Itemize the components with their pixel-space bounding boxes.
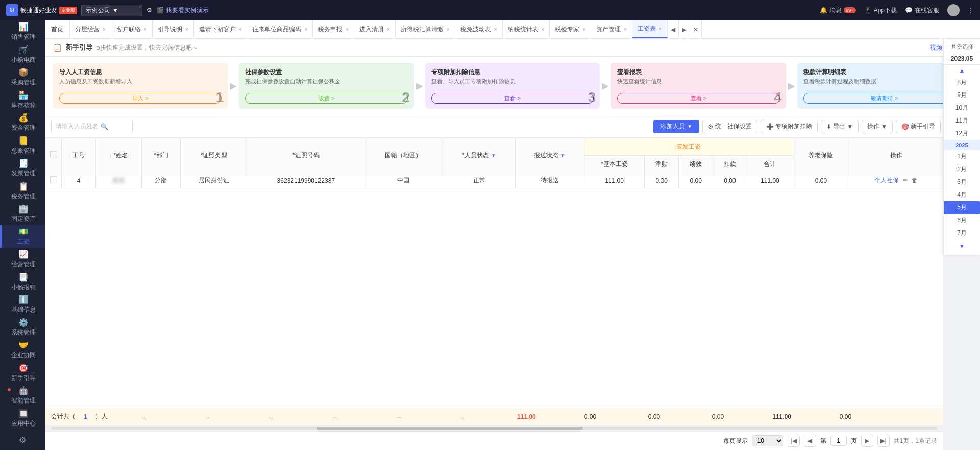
month-item-6[interactable]: 6月 bbox=[944, 214, 980, 227]
tab-salary[interactable]: 工资表 × bbox=[632, 20, 668, 38]
tab-close-icon[interactable]: × bbox=[494, 27, 497, 32]
sidebar-item-basic[interactable]: ℹ️ 基础信息 bbox=[0, 293, 45, 316]
first-page-btn[interactable]: |◀ bbox=[788, 435, 800, 447]
step-1-btn[interactable]: 导入 > bbox=[59, 93, 222, 104]
month-item-7[interactable]: 7月 bbox=[944, 227, 980, 240]
tab-close-icon[interactable]: × bbox=[346, 27, 349, 32]
search-input[interactable]: 请输入人员姓名 🔍 bbox=[51, 120, 133, 133]
per-page-select[interactable]: 10 20 50 bbox=[752, 435, 783, 446]
step-4-btn[interactable]: 查看 > bbox=[617, 93, 779, 104]
sidebar-item-purchase[interactable]: 📦 采购管理 bbox=[0, 66, 45, 89]
sidebar-item-tax[interactable]: 📋 税务管理 bbox=[0, 180, 45, 203]
demo-button[interactable]: 🎬 我要看实例演示 bbox=[156, 6, 209, 15]
tab-close-icon[interactable]: × bbox=[144, 27, 147, 32]
special-deduct-btn[interactable]: ➕ 专项附加扣除 bbox=[761, 120, 818, 133]
sidebar-item-guide[interactable]: 🎯 新手引导 bbox=[0, 362, 45, 385]
prev-page-btn[interactable]: ◀ bbox=[804, 435, 816, 447]
sidebar-item-report[interactable]: 📑 小畅报销 bbox=[0, 271, 45, 294]
tab-product-code[interactable]: 往来单位商品编码 × bbox=[247, 20, 313, 38]
tab-close-icon[interactable]: × bbox=[304, 27, 307, 32]
month-item-3[interactable]: 3月 bbox=[944, 176, 980, 188]
sidebar-item-ledger[interactable]: 📒 总账管理 bbox=[0, 134, 45, 157]
export-btn[interactable]: ⬇ 导出 ▼ bbox=[821, 120, 859, 133]
tab-clearance[interactable]: 进入清册 × bbox=[354, 20, 396, 38]
add-person-btn[interactable]: 添加人员 ▼ bbox=[653, 120, 699, 133]
month-up-btn[interactable]: ▲ bbox=[957, 65, 968, 76]
sidebar-item-system[interactable]: ⚙️ 系统管理 bbox=[0, 316, 45, 339]
tab-close-icon[interactable]: × bbox=[624, 27, 627, 32]
settings-button[interactable]: ⚙ bbox=[146, 7, 152, 14]
tab-tax-report[interactable]: 税务申报 × bbox=[313, 20, 354, 38]
sidebar-item-ecommerce[interactable]: 🛒 小畅电商 bbox=[0, 43, 45, 66]
tab-customer[interactable]: 客户联络 × bbox=[111, 20, 153, 38]
tab-tax-calc[interactable]: 所得税汇算清缴 × bbox=[396, 20, 455, 38]
sidebar-item-smart[interactable]: 🤖 智能管理 bbox=[0, 384, 45, 407]
tab-close-icon[interactable]: × bbox=[582, 27, 585, 32]
sidebar-item-coop[interactable]: 🤝 企业协同 bbox=[0, 339, 45, 362]
tab-prev-btn[interactable]: ◀ bbox=[668, 20, 679, 38]
sidebar-item-invoice[interactable]: 🧾 发票管理 bbox=[0, 157, 45, 180]
video-btn[interactable]: 视频 bbox=[930, 43, 942, 52]
report-status-filter-icon[interactable]: ▼ bbox=[560, 153, 566, 158]
step-5-btn[interactable]: 敬请期待 > bbox=[803, 93, 966, 104]
operation-btn[interactable]: 操作 ▼ bbox=[862, 120, 893, 133]
last-page-btn[interactable]: ▶| bbox=[877, 435, 890, 447]
tab-close-icon[interactable]: × bbox=[185, 27, 188, 32]
month-item-2[interactable]: 2月 bbox=[944, 163, 980, 176]
tab-next-btn[interactable]: ▶ bbox=[679, 20, 690, 38]
tab-invite[interactable]: 邀请下游客户 × bbox=[194, 20, 248, 38]
select-all-checkbox[interactable] bbox=[50, 151, 57, 158]
month-item-4[interactable]: 4月 bbox=[944, 188, 980, 201]
sidebar-item-appcenter[interactable]: 🔲 应用中心 bbox=[0, 407, 45, 430]
tab-close-icon[interactable]: × bbox=[103, 27, 106, 32]
tab-segment[interactable]: 分层经营 × bbox=[70, 20, 111, 38]
more-btn[interactable]: ⋮ bbox=[968, 7, 974, 14]
tab-close-icon[interactable]: × bbox=[239, 27, 242, 32]
step-2-btn[interactable]: 设置 > bbox=[245, 93, 407, 104]
app-download-btn[interactable]: 📱 App下载 bbox=[864, 6, 897, 15]
tab-close-all-btn[interactable]: ✕ bbox=[690, 20, 702, 38]
sidebar-item-inventory[interactable]: 🏪 库存核算 bbox=[0, 89, 45, 112]
logo: 财 畅捷通好业财 专业版 bbox=[6, 4, 77, 16]
horizontal-scrollbar[interactable] bbox=[45, 425, 943, 431]
month-item-12[interactable]: 12月 bbox=[944, 127, 980, 140]
sidebar-item-operation[interactable]: 📈 经营管理 bbox=[0, 248, 45, 271]
tab-tax-stat[interactable]: 纳税统计表 × bbox=[503, 20, 550, 38]
tab-close-icon[interactable]: × bbox=[447, 27, 450, 32]
company-selector[interactable]: 示例公司 ▼ bbox=[81, 5, 142, 16]
scroll-thumb[interactable] bbox=[317, 427, 583, 430]
tab-close-icon[interactable]: × bbox=[659, 26, 662, 32]
message-btn[interactable]: 🔔 消息 99+ bbox=[820, 6, 855, 15]
action-edit-icon[interactable]: ✏ bbox=[903, 177, 908, 184]
sidebar-item-sales[interactable]: 📊 销售管理 bbox=[0, 20, 45, 43]
gear-btn[interactable]: ⚙ bbox=[0, 430, 45, 450]
next-page-btn[interactable]: ▶ bbox=[861, 435, 873, 447]
action-delete-icon[interactable]: 🗑 bbox=[912, 177, 918, 184]
month-item-1[interactable]: 1月 bbox=[944, 150, 980, 163]
new-guide-btn[interactable]: 🎯 新手引导 bbox=[896, 120, 941, 133]
month-item-8[interactable]: 8月 bbox=[944, 76, 980, 89]
month-item-5[interactable]: 5月 bbox=[944, 201, 980, 214]
avatar[interactable] bbox=[947, 4, 960, 16]
unified-social-btn[interactable]: ⚙ 统一社保设置 bbox=[702, 120, 757, 133]
tab-guide[interactable]: 引导说明 × bbox=[153, 20, 194, 38]
row-checkbox[interactable] bbox=[50, 176, 57, 183]
step-3-btn[interactable]: 查看 > bbox=[431, 93, 594, 104]
tab-asset[interactable]: 资产管理 × bbox=[591, 20, 632, 38]
online-service-btn[interactable]: 💬 在线客服 bbox=[905, 6, 939, 15]
month-item-10[interactable]: 10月 bbox=[944, 102, 980, 114]
tab-close-icon[interactable]: × bbox=[542, 27, 545, 32]
tab-tax-expert[interactable]: 税检专家 × bbox=[550, 20, 591, 38]
action-personal-social[interactable]: 个人社保 bbox=[874, 177, 899, 184]
month-item-9[interactable]: 9月 bbox=[944, 89, 980, 102]
sidebar-item-salary[interactable]: 💵 工资 bbox=[0, 225, 45, 248]
month-item-11[interactable]: 11月 bbox=[944, 114, 980, 127]
tab-home[interactable]: 首页 bbox=[45, 20, 70, 38]
tab-tax-exempt[interactable]: 税免波动表 × bbox=[455, 20, 503, 38]
tab-close-icon[interactable]: × bbox=[387, 27, 390, 32]
sidebar-item-finance[interactable]: 💰 资金管理 bbox=[0, 111, 45, 134]
status-filter-icon[interactable]: ▼ bbox=[491, 153, 496, 158]
month-down-btn[interactable]: ▼ bbox=[957, 241, 968, 252]
page-input[interactable] bbox=[830, 436, 847, 446]
sidebar-item-fixed[interactable]: 🏢 固定资产 bbox=[0, 202, 45, 225]
